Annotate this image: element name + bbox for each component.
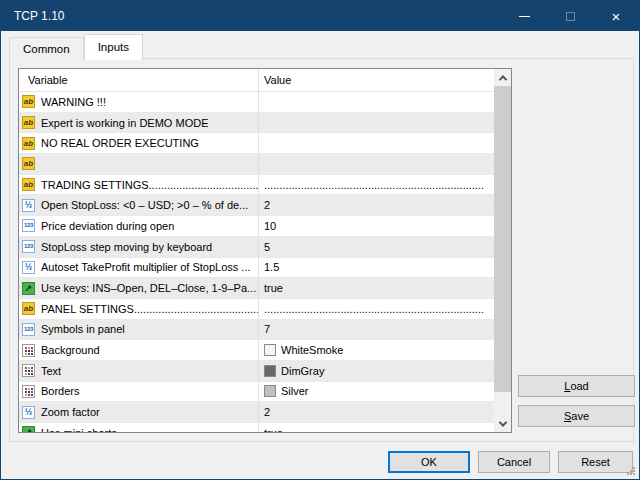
maximize-button[interactable] xyxy=(547,1,593,31)
cancel-button[interactable]: Cancel xyxy=(478,451,550,473)
table-row[interactable]: ↗Use keys: INS–Open, DEL–Close, 1-9–Pa..… xyxy=(19,278,494,299)
parameters-table: Variable Value abWARNING !!!abExpert is … xyxy=(18,68,512,433)
parameter-value-text: 5 xyxy=(264,241,270,253)
tab-page-inputs: Variable Value abWARNING !!!abExpert is … xyxy=(9,58,634,442)
parameter-value-text: 7 xyxy=(264,323,270,335)
parameter-name: Text xyxy=(41,365,61,377)
double-parameter-icon: ½ xyxy=(22,261,35,274)
table-row[interactable]: ½Zoom factor2 xyxy=(19,402,494,423)
close-button[interactable]: × xyxy=(593,1,639,31)
text-parameter-icon: ab xyxy=(22,95,35,108)
parameter-value-text: DimGray xyxy=(281,365,324,377)
tab-inputs[interactable]: Inputs xyxy=(84,34,143,60)
parameter-value-text: ........................................… xyxy=(264,303,484,315)
table-row[interactable]: ab xyxy=(19,154,494,175)
table-row[interactable]: abPANEL SETTINGS........................… xyxy=(19,299,494,320)
minimize-button[interactable] xyxy=(501,1,547,31)
parameter-name: Borders xyxy=(41,385,80,397)
parameter-name: Open StopLoss: <0 – USD; >0 – % of de... xyxy=(41,199,248,211)
parameter-value-text: 1.5 xyxy=(264,261,279,273)
parameter-value[interactable]: WhiteSmoke xyxy=(259,340,494,360)
table-row[interactable]: abExpert is working in DEMO MODE xyxy=(19,113,494,134)
table-row[interactable]: 123Symbols in panel7 xyxy=(19,320,494,341)
parameter-value[interactable]: true xyxy=(259,278,494,298)
parameter-name: NO REAL ORDER EXECUTING xyxy=(41,137,199,149)
scrollbar-thumb[interactable] xyxy=(494,86,511,392)
table-row[interactable]: abNO REAL ORDER EXECUTING xyxy=(19,133,494,154)
parameter-value-text: true xyxy=(264,427,283,432)
parameter-value[interactable] xyxy=(259,154,494,174)
parameter-value[interactable]: 2 xyxy=(259,402,494,422)
parameter-value[interactable] xyxy=(259,92,494,112)
parameter-name: Price deviation during open xyxy=(41,220,174,232)
parameter-value-text: Silver xyxy=(281,385,309,397)
vertical-scrollbar[interactable] xyxy=(494,69,511,432)
table-row[interactable]: 123Price deviation during open10 xyxy=(19,216,494,237)
close-icon: × xyxy=(612,9,621,24)
parameter-value[interactable]: DimGray xyxy=(259,361,494,381)
parameter-value-text: 10 xyxy=(264,220,276,232)
parameter-name: Autoset TakeProfit multiplier of StopLos… xyxy=(41,261,251,273)
resize-grip[interactable] xyxy=(627,467,636,476)
parameter-name: Symbols in panel xyxy=(41,323,125,335)
parameter-value[interactable]: true xyxy=(259,423,494,432)
scroll-up-button[interactable] xyxy=(494,69,511,86)
table-row[interactable]: TextDimGray xyxy=(19,361,494,382)
table-row[interactable]: BordersSilver xyxy=(19,382,494,403)
table-row[interactable]: ½Autoset TakeProfit multiplier of StopLo… xyxy=(19,258,494,279)
minimize-icon xyxy=(519,16,530,17)
ok-button[interactable]: OK xyxy=(388,451,470,473)
parameter-value[interactable] xyxy=(259,133,494,153)
text-parameter-icon: ab xyxy=(22,302,35,315)
table-row[interactable]: BackgroundWhiteSmoke xyxy=(19,340,494,361)
parameter-name: TRADING SETTINGS........................… xyxy=(41,179,258,191)
parameter-name: Zoom factor xyxy=(41,406,100,418)
save-button[interactable]: Save xyxy=(518,405,635,427)
column-header-variable: Variable xyxy=(19,69,259,92)
load-button-label: oad xyxy=(570,380,588,392)
column-header-value: Value xyxy=(259,69,494,92)
table-row[interactable]: ½Open StopLoss: <0 – USD; >0 – % of de..… xyxy=(19,195,494,216)
color-parameter-icon xyxy=(22,385,35,398)
parameter-name: StopLoss step moving by keyboard xyxy=(41,241,212,253)
reset-button[interactable]: Reset xyxy=(558,451,633,473)
parameter-name: Expert is working in DEMO MODE xyxy=(41,117,208,129)
parameter-value-text: WhiteSmoke xyxy=(281,344,343,356)
parameter-value[interactable]: 2 xyxy=(259,195,494,215)
parameter-value[interactable]: 7 xyxy=(259,320,494,340)
table-row[interactable]: ↗Use mini chartstrue xyxy=(19,423,494,432)
integer-parameter-icon: 123 xyxy=(22,323,35,336)
parameter-value[interactable]: 10 xyxy=(259,216,494,236)
parameter-value-text: 2 xyxy=(264,199,270,211)
double-parameter-icon: ½ xyxy=(22,406,35,419)
parameter-name: Use mini charts xyxy=(41,427,117,432)
table-header-row: Variable Value xyxy=(19,69,494,92)
color-parameter-icon xyxy=(22,344,35,357)
caption-buttons: × xyxy=(501,1,639,31)
table-row[interactable]: abWARNING !!! xyxy=(19,92,494,113)
tab-common[interactable]: Common xyxy=(9,37,84,59)
parameter-value[interactable]: Silver xyxy=(259,382,494,402)
load-button[interactable]: Load xyxy=(518,375,635,397)
parameter-name: Background xyxy=(41,344,100,356)
parameters-table-content: Variable Value abWARNING !!!abExpert is … xyxy=(19,69,494,432)
integer-parameter-icon: 123 xyxy=(22,219,35,232)
table-row[interactable]: abTRADING SETTINGS......................… xyxy=(19,175,494,196)
parameter-value-text: 2 xyxy=(264,406,270,418)
boolean-parameter-icon: ↗ xyxy=(22,426,35,432)
color-swatch xyxy=(264,385,276,397)
parameter-value[interactable]: ........................................… xyxy=(259,175,494,195)
parameter-value[interactable]: 1.5 xyxy=(259,258,494,278)
table-row[interactable]: 123StopLoss step moving by keyboard5 xyxy=(19,237,494,258)
double-parameter-icon: ½ xyxy=(22,199,35,212)
scroll-down-button[interactable] xyxy=(494,415,511,432)
parameter-value[interactable]: 5 xyxy=(259,237,494,257)
dialog-window: TCP 1.10 × Common Inputs Variable Value … xyxy=(0,0,640,480)
parameter-value-text: true xyxy=(264,282,283,294)
parameter-value[interactable] xyxy=(259,113,494,133)
parameters-rows: abWARNING !!!abExpert is working in DEMO… xyxy=(19,92,494,432)
color-swatch xyxy=(264,365,276,377)
parameter-value[interactable]: ........................................… xyxy=(259,299,494,319)
maximize-icon xyxy=(566,12,575,21)
chevron-down-icon xyxy=(498,418,506,426)
